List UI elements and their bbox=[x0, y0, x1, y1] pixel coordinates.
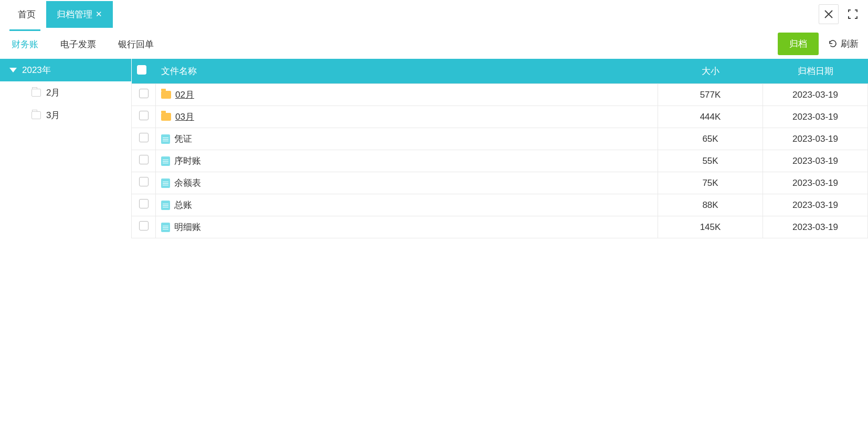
cell-date: 2023-03-19 bbox=[763, 172, 868, 194]
cell-name: 凭证 bbox=[156, 128, 658, 150]
row-checkbox[interactable] bbox=[139, 199, 149, 208]
tree-item-label: 2月 bbox=[46, 87, 60, 99]
cell-date: 2023-03-19 bbox=[763, 106, 868, 128]
cell-date: 2023-03-19 bbox=[763, 216, 868, 238]
table-row: 总账88K2023-03-19 bbox=[132, 194, 868, 216]
cell-size: 577K bbox=[658, 84, 763, 106]
file-name-link[interactable]: 03月 bbox=[175, 111, 194, 123]
cell-size: 75K bbox=[658, 172, 763, 194]
tree-item-feb[interactable]: 2月 bbox=[0, 81, 131, 104]
cell-size: 88K bbox=[658, 194, 763, 216]
file-name: 序时账 bbox=[174, 155, 201, 167]
archive-button[interactable]: 归档 bbox=[778, 33, 819, 55]
file-icon bbox=[161, 201, 170, 210]
table-row: 余额表75K2023-03-19 bbox=[132, 172, 868, 194]
cell-name: 03月 bbox=[156, 106, 658, 128]
table-row: 03月444K2023-03-19 bbox=[132, 106, 868, 128]
cell-checkbox bbox=[132, 106, 156, 128]
refresh-button[interactable]: 刷新 bbox=[828, 38, 859, 50]
tab-archive-mgmt[interactable]: 归档管理 ✕ bbox=[46, 1, 113, 28]
th-checkbox bbox=[132, 59, 156, 84]
folder-icon bbox=[161, 91, 171, 99]
sub-actions: 归档 刷新 bbox=[778, 33, 859, 55]
tab-home[interactable]: 首页 bbox=[7, 1, 46, 28]
cell-name: 余额表 bbox=[156, 172, 658, 194]
tree-item-mar[interactable]: 3月 bbox=[0, 104, 131, 127]
folder-outline-icon bbox=[31, 89, 41, 97]
file-table: 文件名称 大小 归档日期 02月577K2023-03-1903月444K202… bbox=[131, 59, 868, 238]
row-checkbox[interactable] bbox=[139, 133, 149, 142]
close-panel-button[interactable] bbox=[819, 4, 839, 24]
tree-root-2023[interactable]: 2023年 bbox=[0, 59, 131, 81]
fullscreen-icon bbox=[848, 9, 858, 19]
cell-name: 序时账 bbox=[156, 150, 658, 172]
file-icon bbox=[161, 179, 170, 188]
subtab-einvoice[interactable]: 电子发票 bbox=[58, 29, 98, 58]
cell-size: 444K bbox=[658, 106, 763, 128]
row-checkbox[interactable] bbox=[139, 111, 149, 120]
refresh-icon bbox=[828, 39, 838, 48]
sub-tabs: 财务账 电子发票 银行回单 bbox=[9, 29, 156, 58]
row-checkbox[interactable] bbox=[139, 155, 149, 164]
th-size: 大小 bbox=[658, 59, 763, 84]
subtab-bankslip[interactable]: 银行回单 bbox=[116, 29, 156, 58]
caret-down-icon bbox=[9, 68, 17, 72]
close-icon[interactable]: ✕ bbox=[96, 9, 102, 19]
row-checkbox[interactable] bbox=[139, 221, 149, 230]
file-table-wrap: 文件名称 大小 归档日期 02月577K2023-03-1903月444K202… bbox=[131, 59, 868, 430]
cell-name: 明细账 bbox=[156, 216, 658, 238]
file-icon bbox=[161, 156, 170, 166]
cell-date: 2023-03-19 bbox=[763, 128, 868, 150]
fullscreen-button[interactable] bbox=[843, 4, 863, 24]
file-name: 余额表 bbox=[174, 177, 201, 189]
file-name: 明细账 bbox=[174, 221, 201, 233]
main: 2023年 2月 3月 文件名称 大小 归档日期 02月577 bbox=[0, 59, 868, 430]
row-checkbox[interactable] bbox=[139, 177, 149, 186]
folder-icon bbox=[161, 113, 171, 121]
tree-item-label: 3月 bbox=[46, 109, 60, 121]
subtab-finance[interactable]: 财务账 bbox=[9, 29, 40, 58]
cell-date: 2023-03-19 bbox=[763, 150, 868, 172]
cell-date: 2023-03-19 bbox=[763, 84, 868, 106]
cell-size: 145K bbox=[658, 216, 763, 238]
cell-size: 65K bbox=[658, 128, 763, 150]
th-date: 归档日期 bbox=[763, 59, 868, 84]
file-name: 总账 bbox=[174, 199, 192, 211]
cell-checkbox bbox=[132, 128, 156, 150]
sub-row: 财务账 电子发票 银行回单 归档 刷新 bbox=[0, 28, 868, 59]
cell-checkbox bbox=[132, 194, 156, 216]
cell-name: 02月 bbox=[156, 84, 658, 106]
refresh-label: 刷新 bbox=[841, 38, 859, 50]
file-icon bbox=[161, 134, 170, 144]
cell-name: 总账 bbox=[156, 194, 658, 216]
top-right-controls bbox=[819, 4, 863, 24]
tree-root-label: 2023年 bbox=[22, 64, 51, 76]
table-row: 凭证65K2023-03-19 bbox=[132, 128, 868, 150]
file-name-link[interactable]: 02月 bbox=[175, 89, 194, 101]
cell-checkbox bbox=[132, 216, 156, 238]
table-row: 明细账145K2023-03-19 bbox=[132, 216, 868, 238]
cell-checkbox bbox=[132, 84, 156, 106]
th-name: 文件名称 bbox=[156, 59, 658, 84]
row-checkbox[interactable] bbox=[139, 89, 149, 98]
table-row: 02月577K2023-03-19 bbox=[132, 84, 868, 106]
cell-date: 2023-03-19 bbox=[763, 194, 868, 216]
folder-outline-icon bbox=[31, 111, 41, 119]
x-icon bbox=[824, 9, 833, 19]
table-row: 序时账55K2023-03-19 bbox=[132, 150, 868, 172]
cell-checkbox bbox=[132, 172, 156, 194]
select-all-checkbox[interactable] bbox=[137, 65, 146, 75]
sidebar-tree: 2023年 2月 3月 bbox=[0, 59, 131, 430]
file-icon bbox=[161, 223, 170, 232]
file-name: 凭证 bbox=[174, 133, 192, 145]
cell-size: 55K bbox=[658, 150, 763, 172]
cell-checkbox bbox=[132, 150, 156, 172]
tab-archive-mgmt-label: 归档管理 bbox=[57, 8, 92, 20]
top-tab-bar: 首页 归档管理 ✕ bbox=[0, 0, 868, 28]
